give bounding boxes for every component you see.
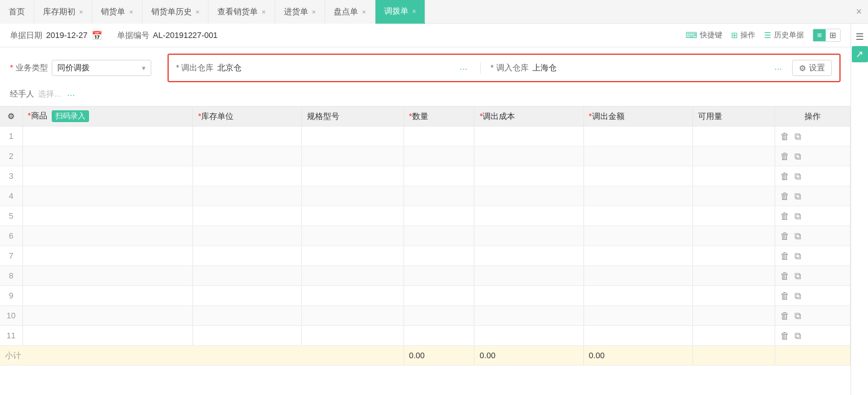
cell-available[interactable] <box>692 226 775 246</box>
cell-unit[interactable] <box>193 266 302 286</box>
cell-product[interactable] <box>22 146 193 166</box>
cell-unit[interactable] <box>193 206 302 226</box>
copy-icon[interactable]: ⧉ <box>795 310 801 321</box>
copy-icon[interactable]: ⧉ <box>795 191 801 202</box>
cell-unit[interactable] <box>193 126 302 146</box>
delete-icon[interactable]: 🗑 <box>780 171 790 181</box>
cell-cost[interactable] <box>474 226 583 246</box>
person-select[interactable]: 选择... <box>38 88 61 100</box>
delete-icon[interactable]: 🗑 <box>780 151 790 161</box>
tab-sales-history-close[interactable]: × <box>196 8 199 16</box>
window-close-button[interactable]: × <box>856 6 868 17</box>
cell-product[interactable] <box>22 226 193 246</box>
cell-quantity[interactable] <box>403 306 474 326</box>
settings-button[interactable]: ⚙ 设置 <box>792 60 832 76</box>
copy-icon[interactable]: ⧉ <box>795 231 801 242</box>
cell-cost[interactable] <box>474 146 583 166</box>
th-settings[interactable]: ⚙ <box>0 107 22 126</box>
cell-available[interactable] <box>692 126 775 146</box>
tab-stocktake[interactable]: 盘点单 × <box>325 0 375 24</box>
cell-available[interactable] <box>692 306 775 326</box>
shortcuts-button[interactable]: ⌨ 快捷键 <box>686 30 722 40</box>
cell-spec[interactable] <box>302 306 403 326</box>
delete-icon[interactable]: 🗑 <box>780 231 790 241</box>
cell-unit[interactable] <box>193 166 302 186</box>
business-type-select[interactable]: 同价调拨 ▾ <box>52 60 151 76</box>
delete-icon[interactable]: 🗑 <box>780 310 790 321</box>
cell-quantity[interactable] <box>403 326 474 346</box>
cell-product[interactable] <box>22 286 193 306</box>
cell-amount[interactable] <box>583 306 692 326</box>
view-list-button[interactable]: ≡ <box>813 29 826 41</box>
tab-sales-order-close[interactable]: × <box>129 8 133 16</box>
delete-icon[interactable]: 🗑 <box>780 131 790 141</box>
cell-quantity[interactable] <box>403 146 474 166</box>
cell-product[interactable] <box>22 266 193 286</box>
cell-amount[interactable] <box>583 246 692 266</box>
cell-amount[interactable] <box>583 326 692 346</box>
cell-quantity[interactable] <box>403 186 474 206</box>
operations-button[interactable]: ⊞ 操作 <box>731 30 755 40</box>
tab-view-sales-close[interactable]: × <box>262 8 265 16</box>
cell-product[interactable] <box>22 306 193 326</box>
scan-button[interactable]: 扫码录入 <box>52 110 89 122</box>
cell-quantity[interactable] <box>403 246 474 266</box>
cell-product[interactable] <box>22 126 193 146</box>
copy-icon[interactable]: ⧉ <box>795 171 801 182</box>
copy-icon[interactable]: ⧉ <box>795 330 801 341</box>
cell-cost[interactable] <box>474 246 583 266</box>
tab-inventory-start[interactable]: 库存期初 × <box>34 0 92 24</box>
cell-product[interactable] <box>22 166 193 186</box>
cell-spec[interactable] <box>302 166 403 186</box>
tab-transfer-close[interactable]: × <box>412 7 416 15</box>
cell-available[interactable] <box>692 266 775 286</box>
tab-home[interactable]: 首页 <box>0 0 34 24</box>
cell-quantity[interactable] <box>403 266 474 286</box>
cell-spec[interactable] <box>302 246 403 266</box>
cell-product[interactable] <box>22 206 193 226</box>
tab-inventory-start-close[interactable]: × <box>79 8 83 16</box>
cell-available[interactable] <box>692 166 775 186</box>
cell-available[interactable] <box>692 206 775 226</box>
cell-cost[interactable] <box>474 206 583 226</box>
tab-sales-history[interactable]: 销货单历史 × <box>143 0 209 24</box>
warehouse-out-more-button[interactable]: ··· <box>457 63 470 74</box>
cell-unit[interactable] <box>193 306 302 326</box>
sidebar-list-icon[interactable]: ☰ <box>852 29 868 45</box>
copy-icon[interactable]: ⧉ <box>795 211 801 222</box>
cell-cost[interactable] <box>474 126 583 146</box>
delete-icon[interactable]: 🗑 <box>780 330 790 341</box>
cell-product[interactable] <box>22 246 193 266</box>
tab-purchase-close[interactable]: × <box>312 8 316 16</box>
cell-amount[interactable] <box>583 206 692 226</box>
history-button[interactable]: ☰ 历史单据 <box>764 30 804 40</box>
cell-amount[interactable] <box>583 146 692 166</box>
cell-quantity[interactable] <box>403 226 474 246</box>
cell-amount[interactable] <box>583 226 692 246</box>
copy-icon[interactable]: ⧉ <box>795 131 801 142</box>
delete-icon[interactable]: 🗑 <box>780 250 790 261</box>
cell-unit[interactable] <box>193 286 302 306</box>
cell-amount[interactable] <box>583 266 692 286</box>
cell-spec[interactable] <box>302 266 403 286</box>
cell-available[interactable] <box>692 146 775 166</box>
tab-stocktake-close[interactable]: × <box>362 8 366 16</box>
cell-unit[interactable] <box>193 146 302 166</box>
tab-purchase[interactable]: 进货单 × <box>275 0 325 24</box>
cell-available[interactable] <box>692 246 775 266</box>
cell-spec[interactable] <box>302 146 403 166</box>
cell-available[interactable] <box>692 186 775 206</box>
cell-spec[interactable] <box>302 286 403 306</box>
cell-cost[interactable] <box>474 266 583 286</box>
warehouse-in-more-button[interactable]: ··· <box>771 63 785 74</box>
cell-amount[interactable] <box>583 186 692 206</box>
copy-icon[interactable]: ⧉ <box>795 270 801 282</box>
cell-cost[interactable] <box>474 166 583 186</box>
cell-unit[interactable] <box>193 326 302 346</box>
calendar-icon[interactable]: 📅 <box>92 31 102 40</box>
cell-spec[interactable] <box>302 226 403 246</box>
delete-icon[interactable]: 🗑 <box>780 211 790 221</box>
cell-spec[interactable] <box>302 206 403 226</box>
cell-cost[interactable] <box>474 186 583 206</box>
copy-icon[interactable]: ⧉ <box>795 250 801 262</box>
